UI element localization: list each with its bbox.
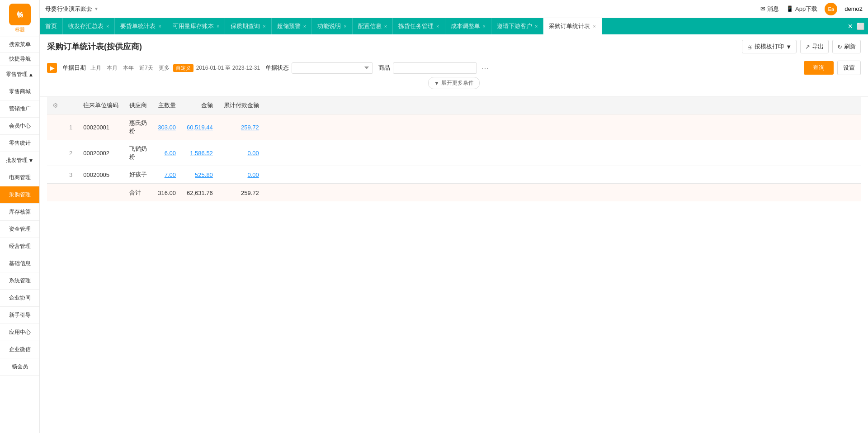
page-actions: 🖨 按模板打印 ▼ ↗ 导出 ↻ 刷新: [742, 40, 861, 53]
tab-function-desc[interactable]: 功能说明 ×: [312, 18, 352, 34]
sidebar-item-basic[interactable]: 基础信息: [0, 255, 39, 272]
sidebar-item-wechat[interactable]: 企业微信: [0, 341, 39, 358]
footer-settings: [47, 184, 64, 201]
date-custom-badge[interactable]: 自定义: [173, 64, 193, 72]
expand-more-button[interactable]: ▼ 展开更多条件: [428, 77, 480, 89]
tab-home[interactable]: 首页: [40, 18, 63, 34]
sidebar-item-quick-nav[interactable]: 快捷导航: [0, 52, 39, 66]
sidebar-item-newbie[interactable]: 新手引导: [0, 307, 39, 324]
tab-close-icon[interactable]: ×: [483, 24, 486, 29]
tab-overstock[interactable]: 超储预警 ×: [272, 18, 312, 34]
app-download-button[interactable]: 📱 App下载: [786, 5, 817, 13]
workspace-selector[interactable]: 母婴行业演示账套 ▼: [45, 5, 99, 13]
tab-available-inventory[interactable]: 可用量库存账本 ×: [167, 18, 225, 34]
sidebar-item-vip[interactable]: 畅会员: [0, 358, 39, 376]
tab-close-icon[interactable]: ×: [303, 24, 306, 29]
message-icon: ✉: [760, 5, 765, 12]
tab-invite-downstream[interactable]: 邀请下游客户 ×: [491, 18, 543, 34]
export-label: 导出: [812, 43, 824, 51]
tab-close-icon[interactable]: ×: [593, 24, 595, 29]
row-num-1: 1: [64, 114, 78, 140]
refresh-button[interactable]: ↻ 刷新: [832, 40, 861, 53]
sidebar-item-member[interactable]: 会员中心: [0, 118, 39, 135]
tab-cost-adjust[interactable]: 成本调整单 ×: [445, 18, 491, 34]
filter-toggle-button[interactable]: ▶: [47, 63, 57, 73]
tab-close-icon[interactable]: ×: [535, 24, 538, 29]
row-paid-1[interactable]: 259.72: [218, 114, 264, 140]
sidebar-item-retail[interactable]: 零售管理 ▲: [0, 66, 39, 83]
tab-receive-summary[interactable]: 收发存汇总表 ×: [63, 18, 115, 34]
tab-pick-task[interactable]: 拣货任务管理 ×: [393, 18, 445, 34]
row-qty-1[interactable]: 303.00: [152, 114, 181, 140]
tab-shelf-life[interactable]: 保质期查询 ×: [225, 18, 271, 34]
query-button[interactable]: 查询: [804, 61, 834, 75]
sidebar-item-retail-mall[interactable]: 零售商城: [0, 83, 39, 100]
workspace-label: 母婴行业演示账套: [45, 5, 92, 13]
sidebar-item-marketing[interactable]: 营销推广: [0, 100, 39, 118]
tab-shelf-life-label: 保质期查询: [231, 22, 260, 30]
sidebar-item-purchase[interactable]: 采购管理: [0, 186, 39, 204]
row-amount-1[interactable]: 60,519.44: [181, 114, 218, 140]
tab-close-icon[interactable]: ×: [106, 24, 109, 29]
tab-home-label: 首页: [45, 22, 57, 30]
sidebar-item-finance[interactable]: 资金管理: [0, 221, 39, 238]
workspace-arrow-icon: ▼: [94, 6, 99, 11]
settings-button[interactable]: 设置: [837, 61, 861, 75]
message-button[interactable]: ✉ 消息: [760, 5, 779, 13]
filter-status-select[interactable]: [292, 62, 373, 74]
sidebar-item-enterprise[interactable]: 企业协同: [0, 290, 39, 307]
sidebar-item-inventory[interactable]: 库存核算: [0, 204, 39, 221]
row-paid-3[interactable]: 0.00: [218, 166, 264, 184]
chevron-down-icon-wholesale: ▼: [28, 157, 34, 164]
filter-goods-more-icon[interactable]: ⋯: [481, 64, 489, 72]
sidebar-item-ops[interactable]: 经营管理: [0, 238, 39, 255]
row-qty-2[interactable]: 6.00: [152, 140, 181, 166]
sidebar: 畅 标题 搜索菜单 快捷导航 零售管理 ▲ 零售商城 营销推广 会员中心 零售统…: [0, 0, 40, 433]
row-amount-3[interactable]: 525.80: [181, 166, 218, 184]
table-header-settings[interactable]: ⚙: [47, 97, 64, 114]
table-header-amount: 金额: [181, 97, 218, 114]
tab-close-all-icon[interactable]: ✕: [848, 23, 853, 30]
table-row: 1 00020001 惠氏奶粉 303.00 60,519.44 259.72: [47, 114, 861, 140]
message-label: 消息: [767, 5, 779, 13]
tab-bar-end: ✕ ⬜: [844, 23, 868, 30]
tab-close-icon[interactable]: ×: [344, 24, 346, 29]
print-button[interactable]: 🖨 按模板打印 ▼: [742, 40, 797, 53]
row-paid-2[interactable]: 0.00: [218, 140, 264, 166]
sidebar-item-system[interactable]: 系统管理: [0, 272, 39, 290]
avatar[interactable]: Ea: [825, 3, 837, 15]
user-initials: Ea: [828, 6, 834, 12]
row-amount-2[interactable]: 1,586.52: [181, 140, 218, 166]
page-title: 采购订单统计表(按供应商): [47, 41, 142, 52]
filter-status-field: 单据状态: [265, 62, 373, 74]
refresh-icon: ↻: [837, 43, 842, 50]
tab-close-icon[interactable]: ×: [158, 24, 161, 29]
row-qty-3[interactable]: 7.00: [152, 166, 181, 184]
logo-icon: 畅: [9, 4, 31, 25]
date-shortcut-last-month[interactable]: 上月: [89, 63, 103, 73]
sidebar-item-search[interactable]: 搜索菜单: [0, 37, 39, 52]
date-shortcut-this-month[interactable]: 本月: [105, 63, 119, 73]
tab-close-icon[interactable]: ×: [436, 24, 439, 29]
tab-close-icon[interactable]: ×: [384, 24, 387, 29]
date-shortcut-7days[interactable]: 近7天: [137, 63, 155, 73]
tab-order-summary[interactable]: 要货单统计表 ×: [115, 18, 167, 34]
export-button[interactable]: ↗ 导出: [800, 40, 829, 53]
tab-close-icon[interactable]: ×: [217, 24, 219, 29]
tab-config-info[interactable]: 配置信息 ×: [353, 18, 393, 34]
filter-goods-input[interactable]: [393, 62, 477, 74]
table-row-settings: [47, 140, 64, 166]
logo-area: 畅 标题: [0, 0, 39, 37]
tab-purchase-summary[interactable]: 采购订单统计表 ×: [543, 18, 601, 34]
tab-purchase-summary-label: 采购订单统计表: [549, 22, 590, 30]
tab-maximize-icon[interactable]: ⬜: [857, 23, 864, 30]
sidebar-item-ecommerce[interactable]: 电商管理: [0, 169, 39, 186]
user-name: demo2: [844, 5, 863, 12]
tab-close-icon[interactable]: ×: [263, 24, 265, 29]
date-shortcut-this-year[interactable]: 本年: [121, 63, 136, 73]
sidebar-item-app-center[interactable]: 应用中心: [0, 324, 39, 341]
table-gear-icon[interactable]: ⚙: [52, 102, 58, 109]
sidebar-item-retail-stats[interactable]: 零售统计: [0, 135, 39, 152]
date-shortcut-more[interactable]: 更多: [157, 63, 171, 73]
sidebar-item-wholesale[interactable]: 批发管理 ▼: [0, 152, 39, 169]
